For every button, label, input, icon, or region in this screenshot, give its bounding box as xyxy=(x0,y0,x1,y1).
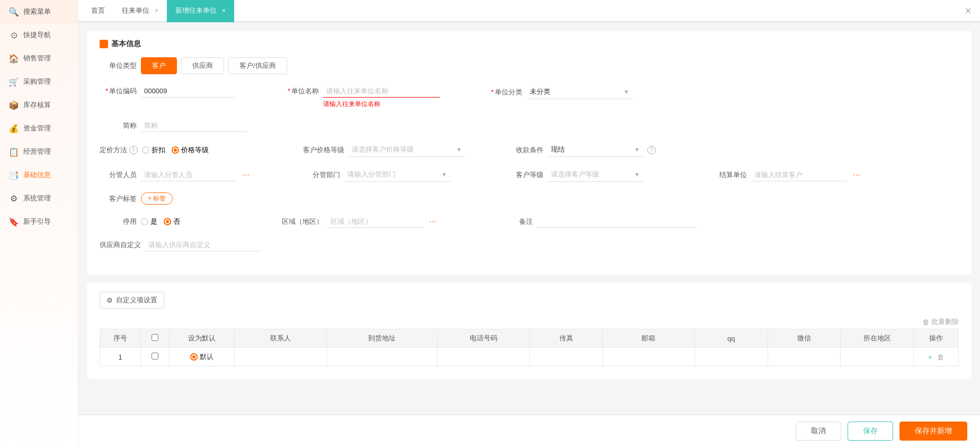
close-all-tabs[interactable]: ✕ xyxy=(960,6,976,16)
default-radio[interactable] xyxy=(190,353,198,361)
region-group: 区域（地区） ··· xyxy=(282,215,483,228)
supplier-custom-input[interactable] xyxy=(145,239,262,251)
custom-settings-btn[interactable]: ⚙ 自定义项设置 xyxy=(100,292,164,309)
row-wechat[interactable] xyxy=(768,348,841,366)
disable-group: 停用 是 否 xyxy=(100,217,269,226)
customer-level-select[interactable]: 请选择客户等级 ▼ xyxy=(548,168,643,182)
short-name-input[interactable] xyxy=(141,119,247,132)
pricing-method-group: 定价方法 ? 折扣 价格等级 xyxy=(100,145,290,155)
disable-no-radio xyxy=(164,218,171,225)
col-contact: 联系人 xyxy=(235,329,327,348)
region-input[interactable] xyxy=(327,215,423,228)
save-button[interactable]: 保存 xyxy=(848,422,893,441)
row-contact[interactable] xyxy=(235,348,327,366)
sidebar-item-operation[interactable]: 📋 经营管理 xyxy=(0,140,78,163)
category-group: *单位分类 未分类 ▼ xyxy=(485,85,676,99)
row-address[interactable] xyxy=(326,348,438,366)
manager-input[interactable] xyxy=(141,169,236,181)
sidebar-item-inventory[interactable]: 📦 库存核算 xyxy=(0,93,78,117)
pricing-discount[interactable]: 折扣 xyxy=(142,145,165,155)
sidebar-item-purchase[interactable]: 🛒 采购管理 xyxy=(0,70,78,93)
customer-price-level-group: 客户价格等级 请选择客户价格等级 ▼ xyxy=(303,143,494,157)
supplier-custom-group: 供应商自定义 xyxy=(100,239,959,251)
sidebar: 🔍 搜索菜单 ⊙ 快捷导航 🏠 销售管理 🛒 采购管理 📦 库存核算 💰 资金管… xyxy=(0,0,78,447)
cancel-button[interactable]: 取消 xyxy=(796,422,841,441)
tab-partner-close[interactable]: × xyxy=(155,7,158,14)
disable-yes[interactable]: 是 xyxy=(141,217,157,226)
row-fax[interactable] xyxy=(530,348,603,366)
unit-type-supplier[interactable]: 供应商 xyxy=(181,57,224,74)
row-seq: 1 xyxy=(100,348,141,366)
gear-icon: ⚙ xyxy=(106,296,113,304)
customer-price-level-select[interactable]: 请选择客户价格等级 ▼ xyxy=(349,143,465,157)
col-wechat: 微信 xyxy=(768,329,841,348)
row-qq[interactable] xyxy=(694,348,768,366)
system-icon: ⚙ xyxy=(8,193,19,204)
sidebar-item-basic[interactable]: 📑 基础信息 xyxy=(0,163,78,187)
settlement-more-btn[interactable]: ··· xyxy=(851,170,862,180)
region-more-btn[interactable]: ··· xyxy=(427,217,438,226)
code-input[interactable] xyxy=(141,85,236,98)
name-input[interactable] xyxy=(323,85,440,98)
discount-radio xyxy=(142,146,149,154)
tag-group: 客户标签 + 标签 xyxy=(100,192,959,205)
remark-input[interactable] xyxy=(537,215,696,228)
payment-term-select[interactable]: 现结 ▼ xyxy=(548,143,643,157)
manager-more-btn[interactable]: ··· xyxy=(240,170,252,180)
save-and-new-button[interactable]: 保存并新增 xyxy=(899,422,967,441)
sales-icon: 🏠 xyxy=(8,53,19,64)
tab-new-partner[interactable]: 新增往来单位 × xyxy=(167,0,234,22)
manager-row: 分管人员 ··· 分管部门 请输入分管部门 ▼ 客户等级 xyxy=(100,168,959,182)
add-row-btn[interactable]: + xyxy=(928,353,932,361)
department-group: 分管部门 请输入分管部门 ▼ xyxy=(303,168,494,182)
tab-new-partner-close[interactable]: × xyxy=(222,7,226,14)
row-default: 默认 xyxy=(169,348,235,366)
tab-home[interactable]: 首页 xyxy=(83,0,113,22)
short-name-group: 简称 xyxy=(100,119,269,132)
col-phone: 电话号码 xyxy=(438,329,530,348)
col-email: 邮箱 xyxy=(603,329,695,348)
col-fax: 传真 xyxy=(530,329,603,348)
row-checkbox[interactable] xyxy=(152,353,158,360)
code-group: *单位编码 xyxy=(100,85,269,98)
sidebar-item-guide[interactable]: 🔖 新手引导 xyxy=(0,210,78,233)
delete-row-btn[interactable]: 🗑 xyxy=(937,353,944,361)
basic-info-card: 基本信息 单位类型 客户 供应商 客户/供应商 *单位编码 xyxy=(87,31,972,275)
batch-actions: 🗑 批量删除 xyxy=(100,317,959,327)
tab-bar: 首页 往来单位 × 新增往来单位 × ✕ xyxy=(78,0,980,22)
sidebar-item-system[interactable]: ⚙ 系统管理 xyxy=(0,187,78,210)
sidebar-item-search[interactable]: 🔍 搜索菜单 xyxy=(0,0,78,23)
select-all-checkbox[interactable] xyxy=(152,334,158,341)
add-tag-btn[interactable]: + 标签 xyxy=(141,192,173,205)
basic-icon: 📑 xyxy=(8,170,19,180)
pricing-radio-group: 折扣 价格等级 xyxy=(142,145,209,155)
unit-type-customer[interactable]: 客户 xyxy=(141,57,177,74)
settlement-input[interactable] xyxy=(751,169,847,181)
tab-partner[interactable]: 往来单位 × xyxy=(113,0,167,22)
name-error-msg: 请输入往来单位名称 xyxy=(323,100,380,109)
disable-no[interactable]: 否 xyxy=(164,217,180,226)
batch-delete-btn[interactable]: 🗑 批量删除 xyxy=(922,317,959,327)
col-action: 操作 xyxy=(914,329,959,348)
unit-type-both[interactable]: 客户/供应商 xyxy=(228,57,287,74)
search-icon: 🔍 xyxy=(8,6,19,17)
customer-level-chevron-icon: ▼ xyxy=(634,171,640,178)
section-title: 基本信息 xyxy=(100,39,959,49)
department-chevron-icon: ▼ xyxy=(441,171,447,178)
row-email[interactable] xyxy=(603,348,695,366)
payment-term-help-icon[interactable]: ? xyxy=(647,146,656,154)
row-check xyxy=(141,348,170,366)
sidebar-item-finance[interactable]: 💰 资金管理 xyxy=(0,117,78,140)
section-icon xyxy=(100,40,108,48)
category-select[interactable]: 未分类 ▼ xyxy=(527,85,632,99)
department-select[interactable]: 请输入分管部门 ▼ xyxy=(344,168,450,182)
pricing-help-icon[interactable]: ? xyxy=(129,146,138,154)
sidebar-item-sales[interactable]: 🏠 销售管理 xyxy=(0,47,78,70)
name-group: *单位名称 请输入往来单位名称 xyxy=(282,85,473,109)
row-phone[interactable] xyxy=(438,348,530,366)
sidebar-item-quick-nav[interactable]: ⊙ 快捷导航 xyxy=(0,23,78,47)
unit-type-row: 单位类型 客户 供应商 客户/供应商 xyxy=(100,57,959,74)
pricing-price-level[interactable]: 价格等级 xyxy=(172,145,209,155)
trash-icon: 🗑 xyxy=(922,318,929,326)
row-region[interactable] xyxy=(841,348,914,366)
